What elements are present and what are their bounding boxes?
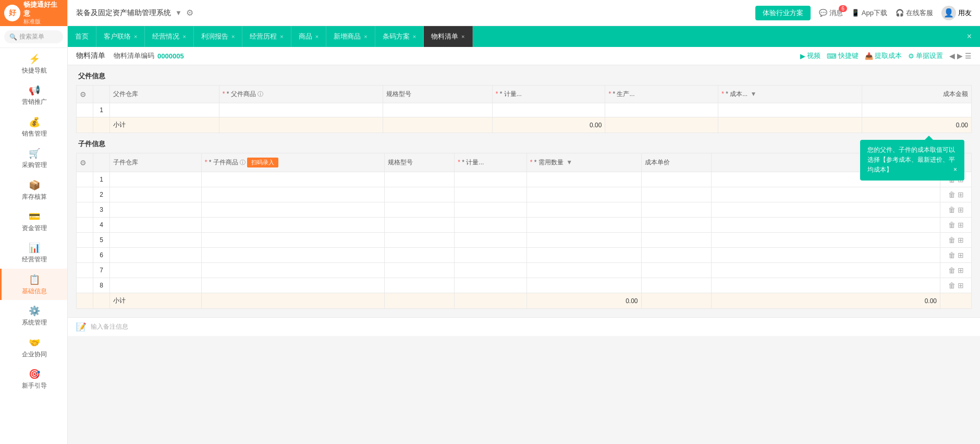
tab-bom[interactable]: 物料清单 × — [424, 26, 472, 47]
tab-operations[interactable]: 经营情况 × — [145, 26, 193, 47]
sidebar-item-sales[interactable]: 💰 销售管理 — [0, 111, 67, 142]
nav-prev-btn[interactable]: ◀ — [949, 52, 955, 60]
tab-close-operations[interactable]: × — [182, 33, 186, 40]
child-cell-unit-7[interactable] — [455, 263, 526, 278]
tab-close-bom[interactable]: × — [461, 33, 464, 40]
child-th-settings[interactable]: ⚙ — [77, 153, 93, 172]
parent-cell-warehouse-1[interactable] — [110, 103, 219, 117]
search-input[interactable]: 🔍 搜索菜单 — [4, 30, 63, 43]
child-cell-spec-5[interactable] — [385, 233, 455, 248]
child-cell-quantity-4[interactable] — [526, 218, 641, 233]
tab-close-new-product[interactable]: × — [364, 33, 367, 40]
copy-icon-5[interactable]: ⊞ — [958, 236, 964, 244]
dropdown-icon[interactable]: ▼ — [175, 9, 182, 17]
tooltip-close-btn[interactable]: × — [953, 165, 957, 175]
tab-history[interactable]: 经营历程 × — [242, 26, 291, 47]
copy-icon-2[interactable]: ⊞ — [958, 190, 964, 199]
child-cell-spec-3[interactable] — [385, 202, 455, 218]
child-cell-unit-3[interactable] — [455, 202, 526, 218]
child-cell-unitcost-4[interactable] — [641, 218, 711, 233]
child-cell-unitcost-8[interactable] — [641, 278, 711, 293]
child-cell-unitcost-5[interactable] — [641, 233, 711, 248]
child-cell-warehouse-7[interactable] — [110, 263, 202, 278]
message-btn[interactable]: 💬 消息 6 — [819, 8, 843, 18]
child-cell-warehouse-2[interactable] — [110, 187, 202, 202]
child-cell-product-5[interactable] — [201, 233, 385, 248]
child-cell-spec-8[interactable] — [385, 278, 455, 293]
child-cell-unit-5[interactable] — [455, 233, 526, 248]
sidebar-item-inventory[interactable]: 📦 库存核算 — [0, 174, 67, 206]
child-cell-unitcost-3[interactable] — [641, 202, 711, 218]
child-cell-unitcost-2[interactable] — [641, 187, 711, 202]
child-cell-unitcost-6[interactable] — [641, 248, 711, 263]
sidebar-item-management[interactable]: 📊 经营管理 — [0, 237, 67, 268]
shortcut-link[interactable]: ⌨ 快捷键 — [827, 51, 859, 61]
child-cell-product-6[interactable] — [201, 248, 385, 263]
delete-icon-7[interactable]: 🗑 — [948, 266, 956, 274]
app-download-btn[interactable]: 📱 App下载 — [851, 8, 887, 18]
child-cell-spec-4[interactable] — [385, 218, 455, 233]
parent-cell-spec-1[interactable] — [383, 103, 492, 117]
scan-btn[interactable]: 扫码录入 — [247, 158, 278, 167]
delete-icon-6[interactable]: 🗑 — [948, 251, 956, 259]
child-cell-spec-7[interactable] — [385, 263, 455, 278]
child-cell-product-8[interactable] — [201, 278, 385, 293]
child-cell-spec-2[interactable] — [385, 187, 455, 202]
child-cell-unit-4[interactable] — [455, 218, 526, 233]
child-cell-warehouse-4[interactable] — [110, 218, 202, 233]
sidebar-item-basic-info[interactable]: 📋 基础信息 — [0, 269, 67, 300]
child-cell-unitcost-1[interactable] — [641, 172, 711, 187]
child-cell-warehouse-8[interactable] — [110, 278, 202, 293]
nav-next-btn[interactable]: ▶ — [957, 52, 963, 60]
doc-settings-link[interactable]: ⚙ 单据设置 — [908, 51, 943, 61]
trial-button[interactable]: 体验行业方案 — [755, 6, 811, 20]
child-cell-warehouse-1[interactable] — [110, 172, 202, 187]
user-area[interactable]: 👤 用友 — [941, 6, 972, 20]
sidebar-item-finance[interactable]: 💳 资金管理 — [0, 206, 67, 237]
tab-customer[interactable]: 客户联络 × — [96, 26, 145, 47]
child-cell-product-7[interactable] — [201, 263, 385, 278]
tab-close-customer[interactable]: × — [134, 33, 137, 40]
child-cell-product-1[interactable] — [201, 172, 385, 187]
parent-th-settings[interactable]: ⚙ — [77, 86, 93, 103]
sidebar-item-marketing[interactable]: 📢 营销推广 — [0, 79, 67, 111]
child-cell-warehouse-3[interactable] — [110, 202, 202, 218]
parent-cell-cost-1[interactable] — [718, 103, 862, 117]
video-link[interactable]: ▶ 视频 — [800, 51, 820, 61]
list-view-btn[interactable]: ☰ — [965, 52, 972, 60]
child-cell-product-2[interactable] — [201, 187, 385, 202]
delete-icon-5[interactable]: 🗑 — [948, 236, 956, 244]
tab-bar-close-btn[interactable]: × — [963, 32, 976, 41]
delete-icon-3[interactable]: 🗑 — [948, 206, 956, 214]
copy-icon-6[interactable]: ⊞ — [958, 251, 964, 259]
parent-cell-production-1[interactable] — [605, 103, 718, 117]
extract-cost-link[interactable]: 📥 提取成本 — [865, 51, 902, 61]
sidebar-item-system[interactable]: ⚙️ 系统管理 — [0, 300, 67, 331]
sidebar-item-guide[interactable]: 🎯 新手引导 — [0, 363, 67, 394]
copy-icon-3[interactable]: ⊞ — [958, 206, 964, 214]
tab-close-history[interactable]: × — [280, 33, 283, 40]
copy-icon-7[interactable]: ⊞ — [958, 266, 964, 274]
child-cell-quantity-2[interactable] — [526, 187, 641, 202]
child-cell-warehouse-5[interactable] — [110, 233, 202, 248]
child-cell-quantity-6[interactable] — [526, 248, 641, 263]
child-cell-quantity-8[interactable] — [526, 278, 641, 293]
tab-close-profit[interactable]: × — [231, 33, 235, 40]
copy-icon-8[interactable]: ⊞ — [958, 281, 964, 290]
sidebar-item-quick-nav[interactable]: ⚡ 快捷导航 — [0, 48, 67, 79]
online-support-btn[interactable]: 🎧 在线客服 — [896, 8, 933, 18]
child-cell-warehouse-6[interactable] — [110, 248, 202, 263]
child-cell-spec-6[interactable] — [385, 248, 455, 263]
child-cell-quantity-7[interactable] — [526, 263, 641, 278]
settings-icon[interactable]: ⚙ — [186, 8, 193, 18]
tab-home[interactable]: 首页 — [68, 26, 96, 47]
delete-icon-2[interactable]: 🗑 — [948, 190, 956, 199]
child-cell-spec-1[interactable] — [385, 172, 455, 187]
child-cell-quantity-5[interactable] — [526, 233, 641, 248]
child-cell-unit-2[interactable] — [455, 187, 526, 202]
child-cell-unit-1[interactable] — [455, 172, 526, 187]
tab-close-product[interactable]: × — [315, 33, 318, 40]
sidebar-item-purchase[interactable]: 🛒 采购管理 — [0, 142, 67, 174]
tab-barcode[interactable]: 条码方案 × — [375, 26, 424, 47]
delete-icon-4[interactable]: 🗑 — [948, 221, 956, 229]
